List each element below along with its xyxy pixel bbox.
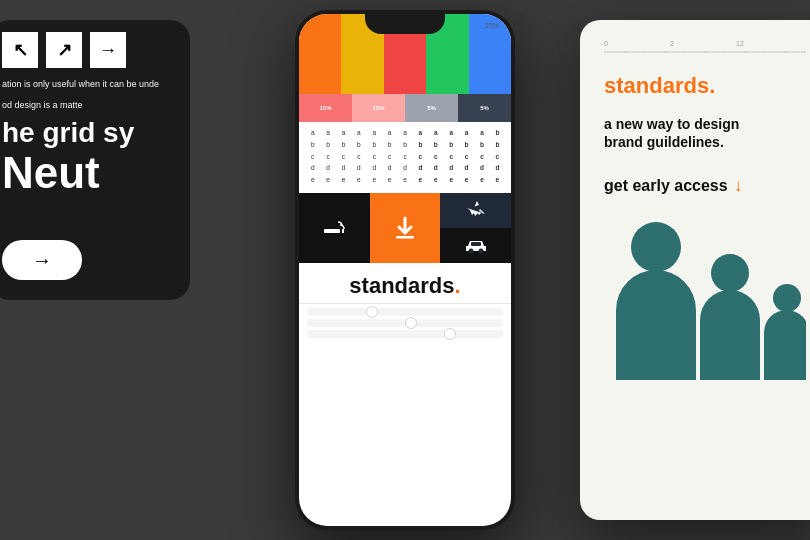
svg-point-3 [468,249,473,254]
typo-a4: a [353,128,364,138]
ruler-thumb-1[interactable] [366,306,378,318]
ruler-num-2: 2 [670,40,674,47]
icon-grid [299,193,511,263]
shapes-area [604,220,806,380]
cta-arrow-icon: ↓ [734,175,743,196]
phone-status-bar: 15% [485,22,499,29]
typo-row-a: a a a a a a a a a a a a b [307,128,503,138]
typography-grid: a a a a a a a a a a a a b bb bb bb b bb … [299,122,511,193]
person-medium-body [700,290,760,380]
person-large-body [616,270,696,380]
typo-a9: a [430,128,441,138]
pct-5-1: 5% [405,94,458,122]
arrow-upleft-icon: ↖ [2,32,38,68]
typo-a3: a [338,128,349,138]
person-small-body [764,310,806,380]
left-panel-neut: Neut [2,151,178,195]
ruler-bar [604,51,806,53]
phone-screen: 15% 15% 15% 5% 5% a a a a a a a [299,14,511,526]
person-medium-head [711,254,749,292]
typo-row-c: cc cc cc c cc cc cc [307,152,503,162]
typo-a7: a [399,128,410,138]
typo-a8: a [415,128,426,138]
typo-row-b: bb bb bb b bb bb bb [307,140,503,150]
left-panel: ↖ ↗ → ation is only useful when it can b… [0,20,190,300]
ruler-thumb-3[interactable] [444,328,456,340]
typo-row-d: dd dd dd d dd dd dd [307,163,503,173]
right-tagline: a new way to design brand guildelines. [604,115,806,151]
left-panel-arrow-circle: → [2,240,82,280]
person-medium [700,254,760,380]
typo-a10: a [446,128,457,138]
svg-rect-5 [471,242,481,246]
ruler-thumb-2[interactable] [405,317,417,329]
cta-label: get early access [604,177,728,195]
color-percentages: 15% 15% 5% 5% [299,94,511,122]
person-small-head [773,284,801,312]
ruler-track-3 [307,330,503,338]
download-icon-cell [370,193,441,263]
ruler-track-2 [307,319,503,327]
ruler-track-1 [307,308,503,316]
typo-a2: a [322,128,333,138]
pct-5-2: 5% [458,94,511,122]
smoking-icon-cell [299,193,370,263]
ruler-section [299,303,511,345]
person-large [616,222,696,380]
phone-standards-label: standards. [299,263,511,303]
left-panel-text2: od design is a matte [2,99,178,112]
color-orange [299,14,341,94]
pct-15-1: 15% [299,94,352,122]
tagline-line2: brand guildelines. [604,133,806,151]
center-phone: 15% 15% 15% 5% 5% a a a a a a a [295,10,515,530]
cta-get-early-access[interactable]: get early access ↓ [604,175,806,196]
tagline-line1: a new way to design [604,115,806,133]
typo-a12: a [476,128,487,138]
typo-row-e: ee ee ee e ee ee ee [307,175,503,185]
car-icon-cell [440,228,511,263]
right-standards-label: standards [604,73,709,98]
ruler-numbers: 0 2 12 [604,40,806,47]
right-panel: 0 2 12 standards. a new way to design br… [580,20,810,520]
ruler-num-0: 0 [604,40,608,47]
typo-a13: b [492,128,503,138]
left-panel-icons: ↖ ↗ → [2,32,178,68]
pct-15-2: 15% [352,94,405,122]
typo-a5: a [369,128,380,138]
phone-notch [365,10,445,34]
svg-rect-1 [342,229,344,233]
typo-a11: a [461,128,472,138]
typo-a1: a [307,128,318,138]
right-standards-dot: . [709,73,715,98]
svg-rect-0 [324,229,340,233]
ruler-num-12: 12 [736,40,744,47]
person-large-head [631,222,681,272]
typo-a6: a [384,128,395,138]
left-panel-headline: he grid sy [2,119,178,147]
right-standards-heading: standards. [604,73,806,99]
svg-point-4 [478,249,483,254]
plane-icon-cell [440,193,511,228]
arrow-upright-icon: ↗ [46,32,82,68]
svg-rect-2 [396,236,414,239]
person-small [764,284,806,380]
left-panel-text1: ation is only useful when it can be unde [2,78,178,91]
right-panel-inner: 0 2 12 standards. a new way to design br… [580,20,810,400]
arrow-right-icon: → [90,32,126,68]
